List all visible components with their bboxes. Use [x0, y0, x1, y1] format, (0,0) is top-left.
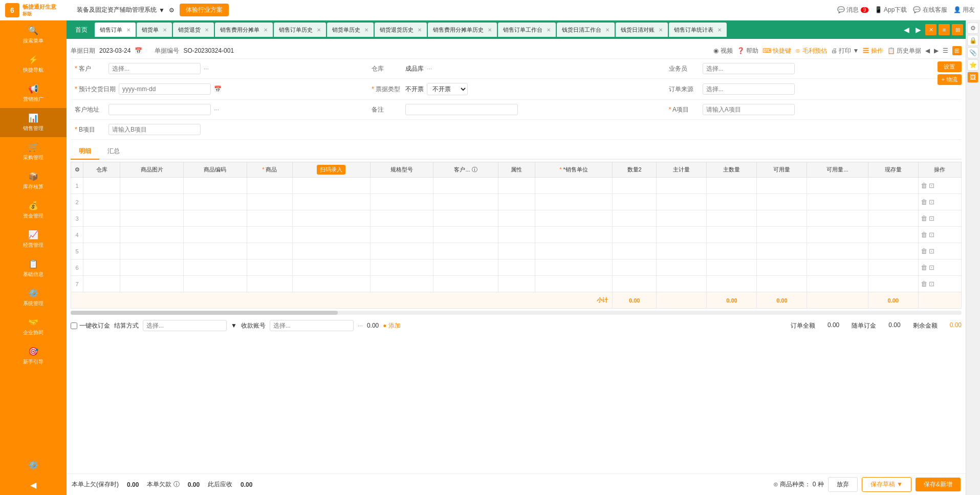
row-goods[interactable] [247, 210, 292, 227]
row-available2[interactable] [807, 260, 868, 276]
tab-home[interactable]: 首页 [69, 23, 94, 37]
print-btn[interactable]: 🖨 打印 ▼ [831, 47, 859, 55]
row-stock[interactable] [868, 227, 918, 243]
row-spec[interactable] [370, 194, 433, 210]
row-available[interactable] [757, 243, 807, 260]
row-image[interactable] [120, 276, 184, 292]
row-image[interactable] [120, 227, 184, 243]
tab-11[interactable]: 销售订单统计表✕ [669, 23, 727, 37]
row-warehouse[interactable] [83, 178, 120, 194]
row-spec[interactable] [370, 210, 433, 227]
calendar-icon2[interactable]: 📅 [214, 85, 222, 93]
row-stock[interactable] [868, 260, 918, 276]
payment-method-input[interactable] [143, 320, 227, 331]
sidebar-item-7[interactable]: 📈经营管理 [0, 225, 67, 254]
row-available2[interactable] [807, 210, 868, 227]
right-btn-3[interactable]: 📎 [967, 47, 978, 58]
row-image[interactable] [120, 210, 184, 227]
row-available[interactable] [757, 276, 807, 292]
one-click-checkbox[interactable] [71, 322, 77, 329]
row-warehouse[interactable] [83, 227, 120, 243]
tab-close-btn[interactable]: ✕ [925, 24, 937, 35]
row-unit[interactable] [535, 194, 613, 210]
right-btn-5[interactable]: 🖼 [967, 72, 978, 83]
row-customer-code[interactable] [433, 243, 498, 260]
view-mode-list[interactable]: ☰ [943, 47, 948, 54]
row-warehouse[interactable] [83, 276, 120, 292]
row-main-qty[interactable] [707, 260, 757, 276]
row-copy-btn[interactable]: ⊡ [929, 280, 934, 288]
row-delete-btn[interactable]: 🗑 [921, 247, 927, 255]
row-warehouse[interactable] [83, 194, 120, 210]
row-scan[interactable] [293, 194, 371, 210]
sidebar-item-6[interactable]: 💰资金管理 [0, 196, 67, 225]
shortcut-btn[interactable]: ⌨ 快捷键 [763, 47, 791, 55]
row-warehouse[interactable] [83, 210, 120, 227]
sidebar-item-1[interactable]: ⚡快捷导航 [0, 50, 67, 79]
row-delete-btn[interactable]: 🗑 [921, 264, 927, 271]
row-warehouse[interactable] [83, 260, 120, 276]
tab-9[interactable]: 钱货日清工作台✕ [557, 23, 615, 37]
right-btn-1[interactable]: ⚙ [967, 23, 978, 34]
row-code[interactable] [183, 243, 247, 260]
row-goods[interactable] [247, 178, 292, 194]
sidebar-item-9[interactable]: ⚙️系统管理 [0, 283, 67, 312]
row-attribute[interactable] [498, 260, 535, 276]
delivery-date-input[interactable] [119, 83, 211, 95]
row-spec[interactable] [370, 243, 433, 260]
row-stock[interactable] [868, 276, 918, 292]
row-copy-btn[interactable]: ⊡ [929, 198, 934, 206]
row-goods[interactable] [247, 243, 292, 260]
row-customer-code[interactable] [433, 227, 498, 243]
row-main-unit[interactable] [657, 227, 707, 243]
row-image[interactable] [120, 243, 184, 260]
tab-5[interactable]: 销货单历史✕ [327, 23, 374, 37]
row-image[interactable] [120, 194, 184, 210]
row-scan[interactable] [293, 210, 371, 227]
help-btn[interactable]: ❓ 帮助 [737, 47, 758, 55]
payment-method-dropdown[interactable]: ▼ [231, 322, 237, 329]
row-copy-btn[interactable]: ⊡ [929, 231, 934, 239]
row-goods[interactable] [247, 227, 292, 243]
row-qty2[interactable] [612, 276, 657, 292]
user-avatar[interactable]: 👤 用友 [953, 6, 975, 14]
row-copy-btn[interactable]: ⊡ [929, 264, 934, 271]
right-btn-4[interactable]: ⭐ [967, 59, 978, 71]
row-available2[interactable] [807, 178, 868, 194]
scan-btn[interactable]: 扫码录入 [317, 165, 345, 175]
row-delete-btn[interactable]: 🗑 [921, 182, 927, 189]
tab-0[interactable]: 销售订单✕ [95, 23, 136, 37]
row-customer-code[interactable] [433, 276, 498, 292]
add-btn[interactable]: ● 添加 [383, 321, 401, 330]
sidebar-collapse[interactable]: ◀ [0, 475, 67, 495]
tab-prev-btn[interactable]: ◀ [902, 26, 911, 34]
industry-btn[interactable]: 体验行业方案 [180, 4, 229, 16]
row-delete-btn[interactable]: 🗑 [921, 198, 927, 206]
save-draft-btn[interactable]: 保存草稿 ▼ [862, 477, 911, 492]
sidebar-settings[interactable]: ⚙️ [0, 455, 67, 475]
row-qty2[interactable] [612, 243, 657, 260]
row-attribute[interactable] [498, 210, 535, 227]
row-available2[interactable] [807, 276, 868, 292]
row-stock[interactable] [868, 210, 918, 227]
row-spec[interactable] [370, 178, 433, 194]
row-code[interactable] [183, 210, 247, 227]
account-dots[interactable]: ··· [358, 322, 363, 329]
scroll-thumb[interactable] [71, 311, 338, 315]
row-main-unit[interactable] [657, 276, 707, 292]
salesperson-input[interactable] [703, 63, 795, 74]
tab-expand-btn[interactable]: ⊞ [952, 24, 963, 35]
row-qty2[interactable] [612, 194, 657, 210]
row-available[interactable] [757, 227, 807, 243]
sidebar-item-0[interactable]: 🔍搜索菜单 [0, 20, 67, 50]
row-attribute[interactable] [498, 178, 535, 194]
nav-next[interactable]: ▶ [934, 47, 939, 54]
sidebar-item-5[interactable]: 📦库存核算 [0, 166, 67, 196]
app-download-btn[interactable]: 📱 App下载 [875, 6, 907, 14]
row-available2[interactable] [807, 227, 868, 243]
discard-btn[interactable]: 放弃 [828, 477, 858, 492]
row-warehouse[interactable] [83, 243, 120, 260]
online-service-btn[interactable]: 💬 在线客服 [913, 6, 947, 14]
row-copy-btn[interactable]: ⊡ [929, 214, 934, 222]
messages-btn[interactable]: 💬 消息 9 [837, 6, 868, 14]
